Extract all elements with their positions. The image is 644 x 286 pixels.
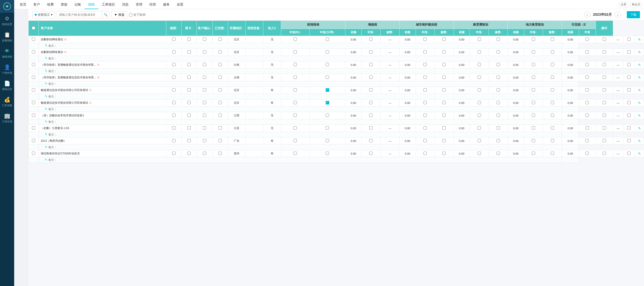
jiaoyu-sbao-cb[interactable] [532, 50, 535, 53]
difang-sbao-cb[interactable] [586, 126, 589, 130]
difang-sbao-cb[interactable] [586, 101, 589, 104]
row-checkbox[interactable] [32, 76, 35, 79]
yibao-cb[interactable] [219, 114, 222, 117]
next-month-button[interactable]: › [615, 12, 621, 18]
zenghui-jf2-cb[interactable] [442, 50, 446, 53]
edit-icon[interactable]: ✎ [638, 139, 641, 143]
starred-checkbox[interactable] [129, 13, 132, 16]
edit-icon[interactable]: ✎ [638, 38, 641, 42]
row-checkbox[interactable] [32, 50, 35, 53]
luka-cb[interactable] [187, 101, 191, 104]
chengshi-jf-cb[interactable] [497, 63, 500, 66]
luka-cb[interactable] [187, 63, 191, 66]
yinshua-sbao-cb[interactable] [627, 50, 631, 53]
sidebar-item-geshui-shenbao[interactable]: 👤 个税申报 [0, 61, 14, 78]
yinshua-sbao-cb[interactable] [627, 101, 631, 104]
jiaoyu-jf-cb[interactable] [551, 114, 554, 117]
cbaoshui-cb[interactable] [172, 152, 175, 155]
difang-jf-cb[interactable] [603, 38, 606, 41]
row-checkbox[interactable] [32, 139, 35, 142]
nav-accounting[interactable]: 记账 [71, 0, 85, 9]
yibao-cb[interactable] [219, 63, 222, 66]
cbaoshui-cb[interactable] [172, 63, 175, 66]
jiaoyu-sbao-cb[interactable] [532, 38, 535, 41]
jiaoyu-jf-cb[interactable] [551, 139, 554, 142]
caibao-yue-cb[interactable] [326, 139, 329, 142]
caibao-yue-cb[interactable] [326, 114, 329, 117]
yibao-cb[interactable] [219, 126, 222, 130]
jiaoyu-sbao-cb[interactable] [532, 101, 535, 104]
chengshi-sbao-cb[interactable] [478, 114, 481, 117]
edit-icon[interactable]: ✎ [638, 76, 641, 80]
chengshi-sbao-cb[interactable] [478, 88, 481, 92]
nav-industrial[interactable]: 工商项目 [98, 0, 119, 9]
chengshi-sbao-cb[interactable] [478, 152, 481, 155]
cbaoshui-cb[interactable] [172, 126, 175, 130]
yibao-cb[interactable] [219, 76, 222, 79]
caibao-nian-cb[interactable] [294, 152, 297, 155]
edit-icon[interactable]: ✎ [638, 126, 641, 130]
difang-sbao-cb[interactable] [586, 152, 589, 155]
chengshi-jf-cb[interactable] [497, 76, 500, 79]
edit-icon[interactable]: ✎ [638, 101, 641, 105]
zenghui-sbao2-cb[interactable] [423, 50, 427, 53]
chengshi-sbao-cb[interactable] [478, 38, 481, 41]
nav-message[interactable]: 消息 [119, 0, 132, 9]
zenghui-sbao-cb[interactable] [369, 63, 373, 66]
difang-jf-cb[interactable] [603, 114, 606, 117]
chengshi-jf-cb[interactable] [497, 38, 500, 41]
sidebar-item-baoshui-shezhi[interactable]: ⚙ 报税设置 [0, 13, 14, 29]
zenghui-sbao-cb[interactable] [369, 126, 373, 130]
zenghui-sbao-cb[interactable] [369, 38, 373, 41]
chengshi-jf-cb[interactable] [497, 88, 500, 92]
cbaoshui-cb[interactable] [172, 76, 175, 79]
zenghui-sbao-cb[interactable] [369, 50, 373, 53]
caibao-yue-cb[interactable] [326, 63, 329, 66]
jiaoyu-jf-cb[interactable] [551, 101, 554, 104]
nav-home[interactable]: 首页 [16, 0, 30, 9]
zenghui-jf2-cb[interactable] [442, 63, 446, 66]
zenghui-sbao2-cb[interactable] [423, 152, 427, 155]
edit-icon[interactable]: ✎ [638, 114, 641, 118]
luka-cb[interactable] [187, 139, 191, 142]
edit-icon[interactable]: ✎ [638, 152, 641, 156]
yinshua-sbao-cb[interactable] [627, 88, 631, 92]
cbaoshui-cb[interactable] [172, 38, 175, 41]
cbaoshui-cb[interactable] [172, 88, 175, 92]
nav-service[interactable]: 服务 [160, 0, 173, 9]
zenghui-sbao2-cb[interactable] [423, 88, 427, 92]
sidebar-item-baoshui-jilu[interactable]: 📄 报税记录 [0, 78, 14, 94]
nav-tax[interactable]: 报税 [85, 0, 98, 9]
luka-cb[interactable] [187, 88, 191, 92]
zenghui-sbao2-cb[interactable] [423, 126, 427, 130]
jiaoyu-sbao-cb[interactable] [532, 88, 535, 92]
difang-sbao-cb[interactable] [586, 88, 589, 92]
jiaoyu-sbao-cb[interactable] [532, 126, 535, 130]
kehuqueren-cb[interactable] [203, 139, 206, 142]
row-checkbox[interactable] [32, 126, 35, 130]
nav-invoice[interactable]: 票据 [57, 0, 71, 9]
jiaoyu-sbao-cb[interactable] [532, 63, 535, 66]
chengshi-sbao-cb[interactable] [478, 139, 481, 142]
luka-cb[interactable] [187, 76, 191, 79]
row-checkbox[interactable] [32, 152, 35, 155]
fullscreen-button[interactable]: 全屏 [619, 2, 628, 7]
difang-jf-cb[interactable] [603, 139, 606, 142]
jiaoyu-jf-cb[interactable] [551, 76, 554, 79]
yibao-cb[interactable] [219, 38, 222, 41]
edit-icon[interactable]: ✎ [638, 88, 641, 92]
kehuqueren-cb[interactable] [203, 38, 206, 41]
zenghui-sbao2-cb[interactable] [423, 38, 427, 41]
difang-sbao-cb[interactable] [586, 76, 589, 79]
luka-cb[interactable] [187, 50, 191, 53]
yinshua-sbao-cb[interactable] [627, 126, 631, 130]
caibao-nian-cb[interactable] [294, 38, 297, 41]
cbaoshui-cb[interactable] [172, 139, 175, 142]
kehuqueren-cb[interactable] [203, 114, 206, 117]
luka-cb[interactable] [187, 126, 191, 130]
kehuqueren-cb[interactable] [203, 126, 206, 130]
caibao-nian-cb[interactable] [294, 114, 297, 117]
caibao-nian-cb[interactable] [294, 63, 297, 66]
yinshua-sbao-cb[interactable] [627, 76, 631, 79]
row-checkbox[interactable] [32, 38, 35, 41]
